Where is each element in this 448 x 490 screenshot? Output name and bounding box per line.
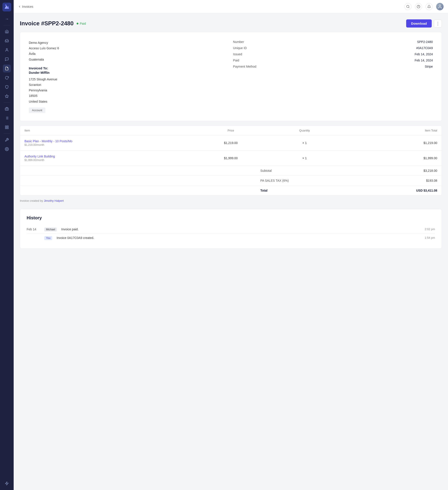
created-by-text: Invoice created by: [20, 199, 44, 202]
grand-total-row: Total USD $3,411.08: [20, 186, 442, 195]
sidebar-item-briefcase[interactable]: [3, 105, 11, 113]
issued-label: Issued: [233, 52, 242, 56]
invoice-addresses: Demo Agency Acceso Luís Gomez 6 Ávila Gu…: [29, 40, 229, 113]
svg-rect-13: [7, 128, 8, 129]
more-options-button[interactable]: ⋮: [434, 20, 442, 27]
sidebar-item-goto[interactable]: →: [3, 15, 11, 23]
sidebar-item-chat[interactable]: [3, 55, 11, 63]
app-logo[interactable]: [2, 3, 11, 11]
to-state: Pennsylvania: [29, 88, 229, 93]
sidebar-item-grid[interactable]: [3, 123, 11, 131]
tax-label: PA SALES TAX (6%): [260, 179, 349, 182]
creator-link[interactable]: Jimothy Halpert: [44, 199, 64, 202]
svg-point-15: [6, 149, 8, 150]
svg-rect-11: [5, 126, 6, 127]
total-label: Total: [260, 189, 349, 192]
issued-value: Feb 14, 2024: [414, 52, 433, 56]
to-zip: 18505: [29, 93, 229, 99]
avatar[interactable]: [436, 3, 444, 10]
history-section: History Feb 14 Michael Invoice paid. 2:0…: [20, 209, 442, 249]
sidebar-divider-3: [3, 133, 10, 134]
item-1-qty: × 1: [260, 141, 349, 145]
from-address1: Acceso Luís Gomez 6: [29, 46, 229, 51]
svg-rect-12: [7, 126, 8, 127]
item-1-sub: $1,219.00/month: [25, 143, 201, 147]
subtotal-row: Subtotal $3,218.00: [20, 166, 442, 176]
notification-icon[interactable]: [426, 3, 433, 10]
from-country: Guatemala: [29, 57, 229, 62]
history-text-1: Invoice paid.: [61, 228, 420, 231]
svg-marker-16: [5, 482, 8, 485]
payment-method-label: Payment Method: [233, 65, 257, 68]
sidebar-item-users[interactable]: [3, 46, 11, 54]
sidebar-item-inbox[interactable]: [3, 37, 11, 45]
svg-line-18: [409, 7, 409, 8]
history-actor-1: Michael: [44, 228, 57, 231]
table-header: Item Price Quantity Item Total: [20, 126, 442, 135]
history-row-1: Feb 14 Michael Invoice paid. 2:02 pm: [27, 225, 435, 234]
to-address1: 1725 Slough Avenue: [29, 77, 229, 82]
invoice-details: Number SPP2-2480 Unique ID #0A17C0A9 Iss…: [233, 40, 433, 113]
col-header-item-total: Item Total: [349, 129, 437, 132]
sidebar-item-refresh[interactable]: [3, 74, 11, 82]
sidebar-item-shield[interactable]: [3, 83, 11, 91]
payment-method-value: Stripe: [425, 65, 433, 68]
sidebar-item-star[interactable]: [3, 92, 11, 100]
back-link[interactable]: Invoices: [18, 5, 33, 8]
number-label: Number: [233, 40, 244, 44]
page-content: Invoice #SPP2-2480 Paid Download ⋮ Demo …: [14, 13, 448, 490]
sidebar-divider-1: [3, 25, 10, 25]
history-title: History: [27, 215, 435, 220]
history-date-1: Feb 14: [27, 228, 40, 231]
table-row: Authority Link Building $1,999.00/month …: [20, 151, 442, 166]
item-2-name[interactable]: Authority Link Building: [25, 155, 201, 158]
sidebar-item-gear[interactable]: [3, 145, 11, 153]
svg-point-21: [439, 5, 440, 6]
download-button[interactable]: Download: [406, 19, 432, 27]
items-table: Item Price Quantity Item Total Basic Pla…: [20, 125, 442, 196]
item-1-total: $1,219.00: [349, 141, 437, 145]
to-country: United States: [29, 99, 229, 104]
item-1-info: Basic Plan - Monthly - 10 Posts/Mo $1,21…: [25, 140, 201, 147]
main-content: Invoices Invoice #SPP2-2480 Paid: [14, 0, 448, 490]
subtotal-label: Subtotal: [260, 169, 349, 172]
detail-issued: Issued Feb 14, 2024: [233, 52, 433, 56]
number-value: SPP2-2480: [417, 40, 433, 44]
svg-point-17: [407, 5, 409, 8]
invoice-header: Invoice #SPP2-2480 Paid Download ⋮: [20, 19, 442, 27]
invoice-to-address: 1725 Slough Avenue Scranton Pennsylvania…: [29, 77, 229, 104]
subtotal-value: $3,218.00: [349, 169, 437, 172]
svg-rect-1: [5, 4, 6, 6]
help-icon[interactable]: [415, 3, 422, 10]
item-2-info: Authority Link Building $1,999.00/month: [25, 155, 201, 162]
history-time-2: 1:54 pm: [425, 236, 435, 239]
total-value: USD $3,411.08: [349, 189, 437, 192]
col-header-item: Item: [25, 129, 201, 132]
sidebar-item-documents[interactable]: [3, 64, 11, 72]
col-header-price: Price: [201, 129, 260, 132]
item-1-name[interactable]: Basic Plan - Monthly - 10 Posts/Mo: [25, 140, 201, 143]
item-2-price: $1,999.00: [201, 156, 260, 160]
to-city: Scranton: [29, 82, 229, 88]
unique-id-value: #0A17C0A9: [416, 46, 433, 50]
sidebar-item-tool[interactable]: [3, 136, 11, 144]
col-header-quantity: Quantity: [260, 129, 349, 132]
item-2-total: $1,999.00: [349, 156, 437, 160]
back-label: Invoices: [22, 5, 33, 8]
invoice-from: Demo Agency Acceso Luís Gomez 6 Ávila Gu…: [29, 40, 229, 62]
invoiced-to-label: Invoiced To:: [29, 66, 229, 70]
history-text-2: Invoice 0A17C0A9 created.: [57, 236, 420, 240]
svg-rect-4: [5, 108, 9, 110]
detail-number: Number SPP2-2480: [233, 40, 433, 44]
item-1-price: $1,219.00: [201, 141, 260, 145]
item-2-sub: $1,999.00/month: [25, 158, 201, 162]
history-actor-2: You: [44, 236, 52, 240]
sidebar-item-home[interactable]: [3, 27, 11, 35]
tax-value: $193.08: [349, 179, 437, 182]
search-icon[interactable]: [405, 3, 412, 10]
sidebar: →: [0, 0, 14, 490]
invoice-title: Invoice #SPP2-2480: [20, 20, 74, 27]
paid-label: Paid: [233, 59, 239, 62]
sidebar-item-bolt[interactable]: [3, 480, 11, 487]
sidebar-item-list[interactable]: [3, 114, 11, 122]
